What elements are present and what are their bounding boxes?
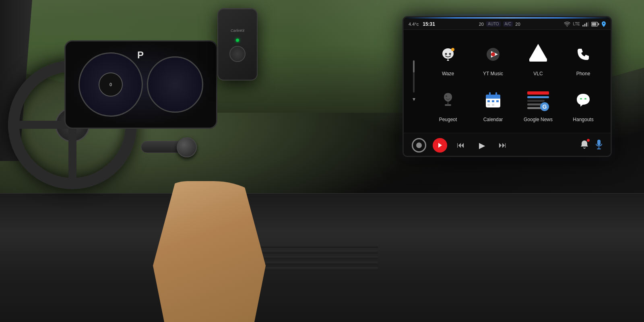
app-item-waze[interactable]: Waze	[427, 37, 469, 80]
record-button-inner	[416, 142, 422, 148]
stalk-knob	[177, 137, 197, 157]
microphone-button[interactable]	[595, 139, 603, 151]
ac-mode-label: AUTO	[486, 21, 501, 27]
media-controls-right	[580, 139, 603, 151]
location-icon	[602, 21, 606, 27]
instrument-cluster: P 0	[64, 40, 217, 129]
svg-rect-22	[492, 100, 494, 102]
app-item-googlenews[interactable]: G Google News	[517, 83, 559, 126]
app-icon-vlc	[524, 40, 552, 68]
record-button[interactable]	[412, 138, 426, 153]
svg-rect-27	[584, 98, 586, 99]
notification-dot	[587, 139, 590, 142]
app-item-calendar[interactable]: Calendar	[472, 83, 514, 126]
app-label-ytmusic: YT Music	[483, 71, 503, 76]
svg-point-10	[451, 48, 454, 51]
app-icon-calendar	[479, 86, 507, 114]
infotainment-screen: 4.4°c 15:31 20 AUTO A/C 20 LTE	[402, 16, 612, 157]
scroll-thumb	[413, 60, 415, 72]
device-logo: CarlinKit	[225, 27, 250, 35]
svg-rect-18	[486, 97, 500, 99]
ac-temp-right: 20	[515, 22, 520, 27]
device-led	[236, 39, 239, 42]
svg-rect-26	[580, 98, 582, 99]
status-right: LTE	[564, 21, 606, 27]
media-controls-bar: ⏮ ▶ ⏭	[404, 133, 611, 157]
temperature-display: 4.4°c	[409, 22, 419, 27]
svg-rect-23	[496, 100, 499, 102]
tachometer	[147, 56, 203, 113]
device-button[interactable]	[229, 46, 246, 62]
svg-rect-5	[598, 23, 599, 25]
hand	[153, 181, 266, 322]
svg-point-13	[491, 52, 495, 56]
screen-main-content: ▾ Waze	[404, 30, 611, 133]
status-left: 4.4°c 15:31	[409, 21, 435, 27]
app-icon-phone	[569, 40, 597, 68]
svg-rect-0	[582, 25, 584, 27]
app-grid: Waze YT Music	[424, 34, 611, 129]
app-label-vlc: VLC	[533, 71, 543, 76]
app-icon-waze	[434, 40, 462, 68]
app-label-peugeot: Peugeot	[439, 117, 457, 122]
play-red-button[interactable]	[433, 138, 447, 153]
app-label-googlenews: Google News	[524, 117, 553, 122]
app-item-ytmusic[interactable]: YT Music	[472, 37, 514, 80]
app-icon-googlenews: G	[524, 86, 552, 114]
news-dark-stripe1	[527, 100, 545, 102]
svg-rect-1	[584, 24, 585, 27]
svg-rect-24	[487, 104, 490, 106]
gear-indicator: P	[137, 50, 144, 61]
app-label-waze: Waze	[442, 71, 454, 76]
column-stalk	[141, 141, 189, 153]
news-red-stripe	[527, 91, 549, 95]
speedometer: 0	[78, 52, 143, 117]
lte-indicator: LTE	[573, 22, 580, 26]
app-label-calendar: Calendar	[483, 117, 503, 122]
svg-rect-2	[586, 23, 587, 27]
svg-rect-15	[445, 104, 451, 106]
app-item-vlc[interactable]: VLC	[517, 37, 559, 80]
scroll-down-arrow[interactable]: ▾	[413, 96, 415, 102]
svg-rect-6	[592, 23, 596, 25]
svg-point-8	[445, 53, 447, 55]
app-item-phone[interactable]: Phone	[562, 37, 604, 80]
microphone-icon	[595, 139, 603, 150]
svg-rect-25	[492, 104, 494, 106]
app-label-hangouts: Hangouts	[573, 117, 593, 122]
clock-display: 15:31	[423, 21, 435, 27]
ac-panel: 20 AUTO A/C 20	[479, 21, 520, 27]
svg-point-14	[446, 95, 447, 97]
vlc-cone	[529, 44, 547, 59]
svg-marker-28	[438, 143, 442, 148]
svg-rect-19	[489, 92, 491, 96]
app-label-phone: Phone	[576, 71, 590, 76]
battery-icon	[591, 22, 599, 27]
play-pause-button[interactable]: ▶	[475, 138, 489, 153]
app-icon-peugeot	[434, 86, 462, 114]
wifi-icon	[564, 22, 570, 27]
svg-rect-29	[597, 140, 601, 145]
ac-temp-left: 20	[479, 22, 484, 27]
svg-rect-21	[487, 100, 490, 102]
screen-sidebar: ▾	[404, 34, 424, 129]
app-icon-ytmusic	[479, 40, 507, 68]
media-controls-left: ⏮ ▶ ⏭	[412, 138, 510, 153]
notification-bell[interactable]	[580, 140, 589, 151]
screen-statusbar: 4.4°c 15:31 20 AUTO A/C 20 LTE	[404, 19, 611, 30]
app-item-peugeot[interactable]: Peugeot	[427, 83, 469, 126]
app-item-hangouts[interactable]: Hangouts	[562, 83, 604, 126]
app-icon-hangouts	[569, 86, 597, 114]
device-brand-text: CarlinKit	[231, 29, 244, 33]
speedometer-center: 0	[99, 72, 123, 97]
skip-forward-button[interactable]: ⏭	[495, 138, 510, 153]
skip-back-button[interactable]: ⏮	[454, 138, 468, 153]
svg-rect-3	[588, 22, 589, 27]
carlinkit-device: CarlinKit	[217, 8, 258, 80]
ac-type-label: A/C	[503, 21, 513, 27]
scroll-bar	[413, 60, 415, 93]
svg-point-9	[449, 53, 451, 55]
news-blue-stripe	[527, 96, 549, 98]
signal-bars-icon	[582, 22, 589, 27]
svg-rect-20	[495, 92, 497, 96]
